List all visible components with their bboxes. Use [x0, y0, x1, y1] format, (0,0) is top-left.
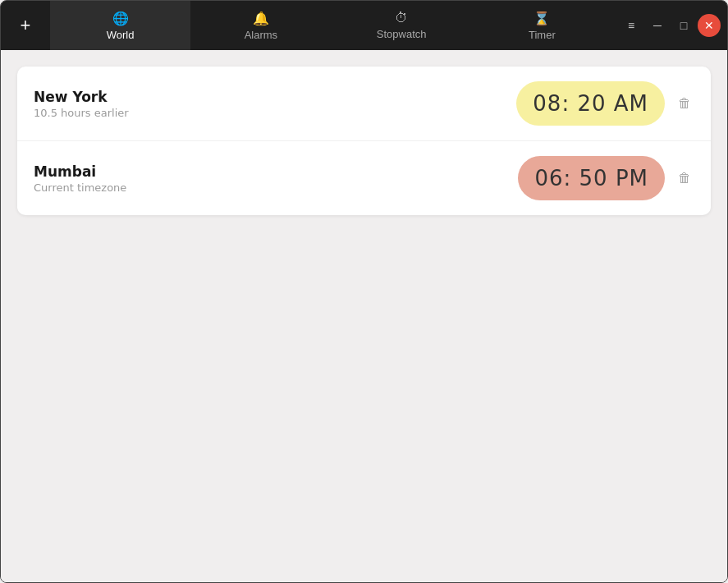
- clock-time-mumbai: 06: 50 PM: [518, 156, 665, 200]
- main-content: New York 10.5 hours earlier 08: 20 AM 🗑 …: [1, 50, 727, 582]
- add-clock-button[interactable]: +: [1, 1, 50, 50]
- timer-icon: ⌛: [533, 11, 550, 26]
- clock-subtitle-mumbai: Current timezone: [34, 181, 518, 194]
- clock-list: New York 10.5 hours earlier 08: 20 AM 🗑 …: [17, 67, 711, 215]
- tab-stopwatch-label: Stopwatch: [377, 28, 427, 40]
- clock-item-new-york: New York 10.5 hours earlier 08: 20 AM 🗑: [17, 67, 711, 141]
- window-controls: ≡ ─ □ ✕: [612, 1, 727, 50]
- tab-bar: 🌐 World 🔔 Alarms ⏱ Stopwatch ⌛ Timer: [50, 1, 612, 50]
- stopwatch-icon: ⏱: [395, 11, 408, 25]
- app-window: + 🌐 World 🔔 Alarms ⏱ Stopwatch ⌛ Timer ≡…: [0, 0, 728, 583]
- clock-info-new-york: New York 10.5 hours earlier: [34, 89, 516, 119]
- clock-item-mumbai: Mumbai Current timezone 06: 50 PM 🗑: [17, 141, 711, 215]
- delete-mumbai-button[interactable]: 🗑: [675, 168, 694, 189]
- clock-time-new-york: 08: 20 AM: [516, 81, 665, 126]
- tab-world-label: World: [107, 29, 135, 41]
- delete-new-york-button[interactable]: 🗑: [675, 93, 694, 114]
- clock-subtitle-new-york: 10.5 hours earlier: [34, 107, 516, 119]
- clock-info-mumbai: Mumbai Current timezone: [34, 163, 518, 194]
- clock-city-new-york: New York: [34, 89, 516, 105]
- maximize-button[interactable]: □: [671, 13, 696, 38]
- alarms-icon: 🔔: [253, 11, 269, 26]
- close-button[interactable]: ✕: [698, 14, 721, 37]
- menu-button[interactable]: ≡: [619, 13, 643, 38]
- tab-timer-label: Timer: [529, 29, 556, 41]
- tab-stopwatch[interactable]: ⏱ Stopwatch: [332, 1, 472, 50]
- titlebar: + 🌐 World 🔔 Alarms ⏱ Stopwatch ⌛ Timer ≡…: [1, 1, 727, 50]
- tab-world[interactable]: 🌐 World: [50, 1, 190, 50]
- tab-alarms-label: Alarms: [245, 29, 277, 41]
- minimize-button[interactable]: ─: [645, 13, 670, 38]
- tab-alarms[interactable]: 🔔 Alarms: [190, 1, 331, 50]
- tab-timer[interactable]: ⌛ Timer: [472, 1, 612, 50]
- world-icon: 🌐: [112, 11, 129, 26]
- clock-city-mumbai: Mumbai: [34, 163, 518, 180]
